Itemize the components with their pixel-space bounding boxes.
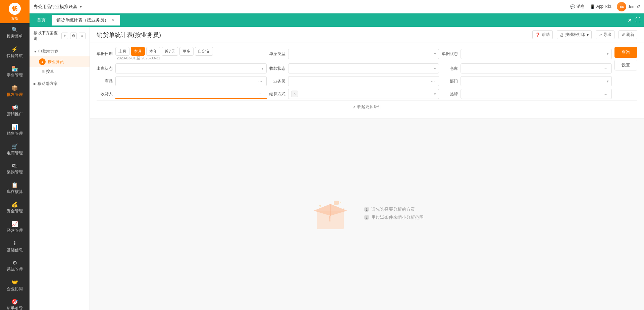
download-icon: 📱 [590, 4, 595, 9]
app-download-button[interactable]: 📱 App下载 [590, 4, 611, 9]
menu-icon-basic: ℹ [1, 240, 28, 247]
collapse-button[interactable]: ∧ 收起更多条件 [97, 102, 637, 112]
tab-maximize[interactable]: ⛶ [635, 16, 641, 24]
tag-close-icon[interactable]: × [293, 92, 296, 96]
query-buttons: 查询 设置 [614, 47, 637, 70]
payment-status-select[interactable]: ▾ [288, 63, 439, 73]
chevron-down-icon: ▾ [607, 52, 609, 56]
help-button[interactable]: ❓ 帮助 [532, 30, 553, 39]
scheme-item-by-order[interactable]: ⊞ 按单 [30, 67, 90, 76]
date-btn-this-month[interactable]: 本月 [131, 47, 145, 56]
menu-label-inventory: 库存核算 [7, 189, 23, 194]
sidebar-item-purchase[interactable]: 🛍采购管理 [0, 159, 30, 178]
payment-method-select[interactable]: × ▾ [288, 89, 439, 99]
menu-icon-search: 🔍 [1, 27, 28, 33]
scheme-group-mobile-label[interactable]: ▶ 移动端方案 [30, 79, 90, 89]
svg-text:!: ! [329, 215, 331, 223]
warehouse-dots-icon[interactable]: ··· [602, 66, 609, 71]
receiver-dots-icon[interactable]: ··· [257, 91, 264, 96]
warehouse-input[interactable]: ··· [461, 63, 612, 73]
sidebar-item-system[interactable]: ⚙系统管理 [0, 256, 30, 276]
filter-area: 单据日期 上月 本月 本年 近7天 更多 自定义 [90, 43, 644, 119]
scheme-settings-button[interactable]: ⚙ [70, 33, 77, 39]
menu-icon-marketing: 📢 [1, 104, 28, 111]
product-input[interactable]: ··· [115, 76, 267, 86]
receiver-input[interactable]: ··· [115, 89, 267, 99]
salesperson-input[interactable]: ··· [288, 76, 439, 86]
sidebar-item-operations[interactable]: 📈经营管理 [0, 217, 30, 237]
date-btn-more[interactable]: 更多 [179, 47, 194, 56]
doc-type-select[interactable]: ▾ [288, 49, 439, 59]
refresh-button[interactable]: ↺ 刷新 [619, 30, 637, 39]
sidebar-item-wholesale[interactable]: 📦批发管理 [0, 82, 30, 101]
department-label: 部门 [442, 79, 458, 84]
settings-button[interactable]: 设置 [614, 60, 637, 70]
tab-home[interactable]: 首页 [32, 15, 50, 25]
sidebar-item-ecommerce[interactable]: 🛒电商管理 [0, 140, 30, 159]
sidebar-item-marketing[interactable]: 📢营销推广 [0, 101, 30, 120]
salesperson-dots-icon[interactable]: ··· [430, 79, 436, 84]
date-btn-7days[interactable]: 近7天 [162, 47, 178, 56]
query-button[interactable]: 查询 [614, 47, 637, 58]
sidebar-item-sales[interactable]: 📊销售管理 [0, 120, 30, 140]
department-select[interactable]: ▾ [461, 76, 612, 86]
topbar-left: 办公用品行业模拟账套 ▾ [34, 4, 82, 10]
sidebar-logo[interactable]: 畅 标版 [0, 0, 30, 23]
export-label: 导出 [603, 32, 611, 38]
main-content: 办公用品行业模拟账套 ▾ 💬 消息 📱 App下载 Ea demo2 首页 [30, 0, 644, 310]
sub-item-icon: ⊞ [42, 69, 45, 74]
svg-point-5 [343, 208, 344, 210]
filter-cell-product: 商品 ··· [97, 76, 267, 86]
sidebar-item-inventory[interactable]: 📋库存核算 [0, 178, 30, 198]
message-button[interactable]: 💬 消息 [570, 4, 585, 9]
hint-text-2: 用过滤条件来缩小分析范围 [371, 214, 424, 220]
print-label: 按模板打印 [565, 32, 585, 38]
filter-cell-out-status: 出库状态 ▾ [97, 63, 267, 73]
date-label: 单据日期 [97, 51, 113, 57]
date-btn-custom[interactable]: 自定义 [195, 47, 213, 56]
user-menu[interactable]: Ea demo2 [617, 2, 640, 11]
chevron-down-icon: ▾ [434, 52, 436, 56]
tab-sales-report[interactable]: 销货单统计表（按业务员） ✕ [52, 15, 120, 25]
sidebar-item-search[interactable]: 🔍搜索菜单 [0, 23, 30, 43]
date-btn-last-month[interactable]: 上月 [115, 47, 129, 56]
chevron-right-icon: ▶ [34, 82, 36, 86]
sidebar-item-finance[interactable]: 💰资金管理 [0, 198, 30, 217]
sidebar-item-shortcut[interactable]: ⚡快捷导航 [0, 43, 30, 62]
scheme-add-button[interactable]: + [61, 33, 68, 39]
sidebar-item-enterprise[interactable]: 🤝企业协同 [0, 276, 30, 295]
sidebar-item-newbie[interactable]: 🎯新手引导 [0, 295, 30, 310]
date-btn-this-year[interactable]: 本年 [146, 47, 160, 56]
topbar-dropdown-icon[interactable]: ▾ [80, 4, 82, 9]
sidebar-item-basic[interactable]: ℹ基础信息 [0, 237, 30, 256]
menu-label-newbie: 新手引导 [7, 306, 23, 310]
out-status-select[interactable]: ▾ [115, 63, 267, 73]
scheme-group-pc-label[interactable]: ▼ 电脑端方案 [30, 47, 90, 56]
scheme-panel-actions: + ⚙ « [61, 33, 86, 39]
scheme-item-by-salesperson[interactable]: ● 按业务员 [30, 56, 90, 67]
chevron-down-icon: ▾ [607, 79, 609, 84]
menu-icon-system: ⚙ [1, 260, 28, 266]
logo-text: 标版 [11, 16, 18, 20]
brand-dots-icon[interactable]: ··· [602, 91, 609, 97]
tab-close-button[interactable]: ✕ [111, 18, 115, 22]
scheme-group-mobile: ▶ 移动端方案 [30, 78, 90, 90]
scheme-group-pc-title: 电脑端方案 [38, 49, 58, 54]
product-dots-icon[interactable]: ··· [257, 79, 264, 84]
date-filter-group: 上月 本月 本年 近7天 更多 自定义 [115, 47, 267, 56]
refresh-icon: ↺ [622, 33, 625, 37]
help-icon: ❓ [535, 33, 540, 37]
doc-status-select[interactable]: ▾ [461, 49, 612, 59]
collapse-icon: ∧ [353, 105, 356, 109]
warehouse-label: 仓库 [442, 66, 458, 71]
scheme-collapse-button[interactable]: « [79, 33, 86, 39]
menu-label-wholesale: 批发管理 [7, 92, 23, 97]
tab-close-window[interactable]: ✕ [627, 16, 633, 24]
sidebar-item-retail[interactable]: 🏪零售管理 [0, 62, 30, 82]
export-button[interactable]: ↗ 导出 [596, 30, 614, 39]
topbar: 办公用品行业模拟账套 ▾ 💬 消息 📱 App下载 Ea demo2 [30, 0, 644, 13]
filter-cell-doc-type: 单据类型 ▾ [269, 49, 439, 59]
print-button[interactable]: 🖨 按模板打印 ▾ [557, 30, 592, 39]
brand-input[interactable]: ··· [461, 89, 612, 99]
menu-icon-ecommerce: 🛒 [1, 143, 28, 150]
